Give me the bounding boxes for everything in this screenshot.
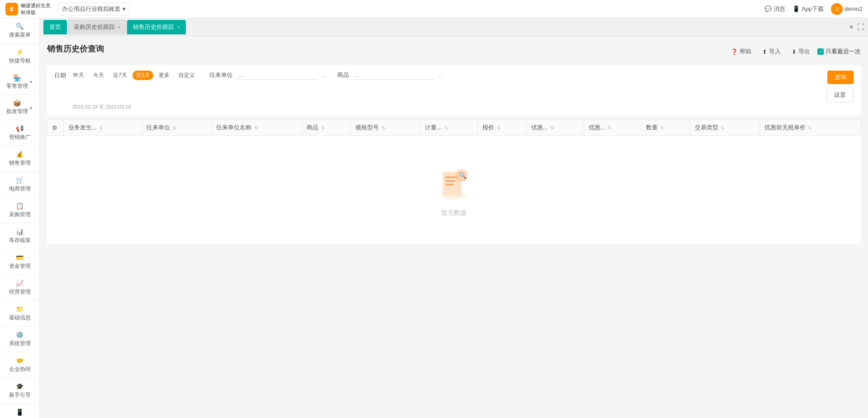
basicinfo-icon: 📁 bbox=[16, 305, 24, 313]
sidebar-item-system[interactable]: ⚙️ 系统管理 bbox=[0, 327, 39, 352]
query-button[interactable]: 查询 bbox=[827, 71, 854, 84]
sidebar-item-label: 新手引导 bbox=[9, 391, 31, 399]
product-dots-icon[interactable]: ... bbox=[438, 72, 443, 79]
chevron-up-icon: ▲ bbox=[29, 105, 33, 110]
product-input[interactable] bbox=[353, 71, 434, 80]
sort-icon: ⇅ bbox=[660, 125, 664, 130]
tab-sales-history[interactable]: 销售历史价跟踪 × bbox=[127, 20, 185, 34]
table-header-discount2[interactable]: 优惠... ⇅ bbox=[584, 120, 641, 136]
sort-icon: ⇅ bbox=[608, 125, 611, 130]
close-icon[interactable]: × bbox=[118, 24, 120, 30]
avatar: D bbox=[831, 3, 843, 15]
table-header-quote-price[interactable]: 报价 ⇅ bbox=[478, 120, 527, 136]
tab-home[interactable]: 首页 bbox=[43, 20, 67, 34]
sidebar-item-finance[interactable]: 💳 资金管理 bbox=[0, 249, 39, 275]
table-header-settings[interactable]: ⚙ bbox=[47, 120, 64, 136]
logo-icon: 6 bbox=[5, 3, 18, 15]
sidebar-item-appstore[interactable]: 📱 应用中心 bbox=[0, 404, 39, 418]
sidebar-item-cooperation[interactable]: 🤝 企业协同 bbox=[0, 352, 39, 378]
only-last-checkbox[interactable]: ✓ 只看最后一次 bbox=[817, 48, 861, 56]
sidebar-item-sales[interactable]: 💰 销售管理 bbox=[0, 146, 39, 172]
partner-filter-group: 往来单位 ... bbox=[209, 71, 326, 80]
date-btn-custom[interactable]: 自定义 bbox=[175, 71, 198, 80]
import-button[interactable]: ⬆ 导入 bbox=[759, 46, 784, 57]
purchase-icon: 📋 bbox=[16, 202, 24, 209]
table-header-discount1[interactable]: 优惠... ⇅ bbox=[526, 120, 584, 136]
sidebar-item-basic-info[interactable]: 📁 基础信息 bbox=[0, 301, 39, 327]
close-icon[interactable]: × bbox=[177, 24, 179, 30]
sort-icon: ⇅ bbox=[382, 125, 385, 130]
sidebar-item-ecommerce[interactable]: 🛒 电商管理 bbox=[0, 172, 39, 198]
sidebar-item-newbie[interactable]: 🎓 新手引导 bbox=[0, 378, 39, 404]
sidebar-item-inventory[interactable]: 📊 库存核算 bbox=[0, 223, 39, 249]
sort-icon: ⇅ bbox=[254, 125, 258, 130]
data-table: ⚙ 业务发生... ⇅ 往来单位 ⇅ 往来单位名称 bbox=[47, 119, 861, 136]
product-filter-group: 商品 ... bbox=[337, 71, 443, 80]
table-header-partner-code[interactable]: 往来单位 ⇅ bbox=[142, 120, 212, 136]
sidebar-item-label: 基础信息 bbox=[9, 314, 31, 322]
chevron-down-icon: ▾ bbox=[123, 5, 126, 12]
table-header-trade-type[interactable]: 交易类型 ⇅ bbox=[690, 120, 760, 136]
partner-dots-icon[interactable]: ... bbox=[321, 72, 326, 79]
table-header-spec[interactable]: 规格型号 ⇅ bbox=[351, 120, 420, 136]
sidebar-item-wholesale[interactable]: 📦 批发管理 ▲ bbox=[0, 95, 39, 120]
table-container: ⚙ 业务发生... ⇅ 往来单位 ⇅ 往来单位名称 bbox=[47, 119, 861, 244]
sidebar-item-retail[interactable]: 🏪 零售管理 ▼ bbox=[0, 70, 39, 95]
sidebar-item-label: 企业协同 bbox=[9, 366, 31, 373]
date-btn-7days[interactable]: 近7天 bbox=[109, 71, 131, 80]
date-btn-today[interactable]: 今天 bbox=[90, 71, 108, 80]
empty-text: 暂无数据 bbox=[441, 209, 467, 217]
app-selector[interactable]: 办公用品行业模拟账套 ▾ bbox=[58, 3, 130, 15]
export-button[interactable]: ⬇ 导出 bbox=[788, 46, 814, 57]
date-filter-group: 日期 昨天 今天 近7天 近1月 更多 自定义 bbox=[54, 71, 198, 80]
sidebar-item-label: 系统管理 bbox=[9, 340, 31, 347]
table-header-unit[interactable]: 计量... ⇅ bbox=[420, 120, 478, 136]
svg-text:🔍: 🔍 bbox=[459, 172, 467, 180]
user-menu[interactable]: D demo2 bbox=[831, 3, 863, 15]
svg-rect-4 bbox=[445, 184, 453, 185]
settings-button[interactable]: 设置 bbox=[826, 88, 854, 102]
date-btn-yesterday[interactable]: 昨天 bbox=[70, 71, 88, 80]
sidebar: 🔍 搜索菜单 ⚡ 快捷导航 🏪 零售管理 ▼ 📦 批发管理 ▲ 📢 营销推广 bbox=[0, 18, 40, 418]
app-selector-label: 办公用品行业模拟账套 bbox=[62, 5, 121, 13]
table-header-no-tax-price[interactable]: 优惠前无税单价 ⇅ bbox=[760, 120, 860, 136]
wholesale-icon: 📦 bbox=[13, 100, 21, 107]
sidebar-item-label: 零售管理 bbox=[6, 82, 28, 90]
close-all-button[interactable]: × bbox=[849, 23, 854, 31]
tab-purchase-history[interactable]: 采购历史价跟踪 × bbox=[68, 20, 126, 34]
content-area: 首页 采购历史价跟踪 × 销售历史价跟踪 × × ⛶ 销售历史价查询 bbox=[40, 18, 868, 418]
export-icon: ⬇ bbox=[792, 48, 797, 55]
checkbox-checked-icon: ✓ bbox=[817, 48, 824, 55]
fullscreen-button[interactable]: ⛶ bbox=[857, 23, 864, 31]
tabs-controls: × ⛶ bbox=[849, 23, 864, 31]
sidebar-item-label: 经营管理 bbox=[9, 288, 31, 296]
sidebar-item-operations[interactable]: 📈 经营管理 bbox=[0, 275, 39, 301]
finance-icon: 💳 bbox=[16, 254, 24, 261]
help-button[interactable]: ❓ 帮助 bbox=[727, 46, 755, 57]
table-header-biz-date[interactable]: 业务发生... ⇅ bbox=[64, 120, 142, 136]
date-btn-more[interactable]: 更多 bbox=[155, 71, 173, 80]
sort-icon: ⇅ bbox=[808, 125, 811, 130]
tabs-bar: 首页 采购历史价跟踪 × 销售历史价跟踪 × × ⛶ bbox=[40, 18, 868, 36]
sidebar-item-purchase[interactable]: 📋 采购管理 bbox=[0, 198, 39, 223]
table-header-quantity[interactable]: 数量 ⇅ bbox=[641, 120, 690, 136]
table-header-partner-name[interactable]: 往来单位名称 ⇅ bbox=[212, 120, 302, 136]
help-icon: ❓ bbox=[731, 48, 738, 55]
table-header-product[interactable]: 商品 ⇅ bbox=[302, 120, 351, 136]
date-range-display: 2023-02-18 至 2023-03-18 bbox=[69, 103, 854, 110]
inventory-icon: 📊 bbox=[16, 228, 24, 235]
message-button[interactable]: 💬 消息 bbox=[764, 5, 785, 13]
app-download-button[interactable]: 📱 App下载 bbox=[793, 5, 824, 13]
page-title: 销售历史价查询 bbox=[47, 43, 104, 54]
partner-input[interactable] bbox=[236, 71, 318, 80]
tab-label: 首页 bbox=[49, 23, 61, 31]
filter-line1: 日期 昨天 今天 近7天 近1月 更多 自定义 往来单位 bbox=[54, 71, 854, 102]
sidebar-item-search[interactable]: 🔍 搜索菜单 bbox=[0, 18, 39, 44]
logo-area: 6 畅捷通好生意 标准版 bbox=[5, 2, 51, 15]
message-icon: 💬 bbox=[764, 5, 772, 12]
date-btn-1month[interactable]: 近1月 bbox=[132, 71, 154, 80]
sidebar-item-quicknav[interactable]: ⚡ 快捷导航 bbox=[0, 44, 39, 70]
empty-state: 🔍 暂无数据 bbox=[47, 136, 861, 244]
sort-icon: ⇅ bbox=[497, 125, 500, 130]
sidebar-item-marketing[interactable]: 📢 营销推广 bbox=[0, 120, 39, 146]
